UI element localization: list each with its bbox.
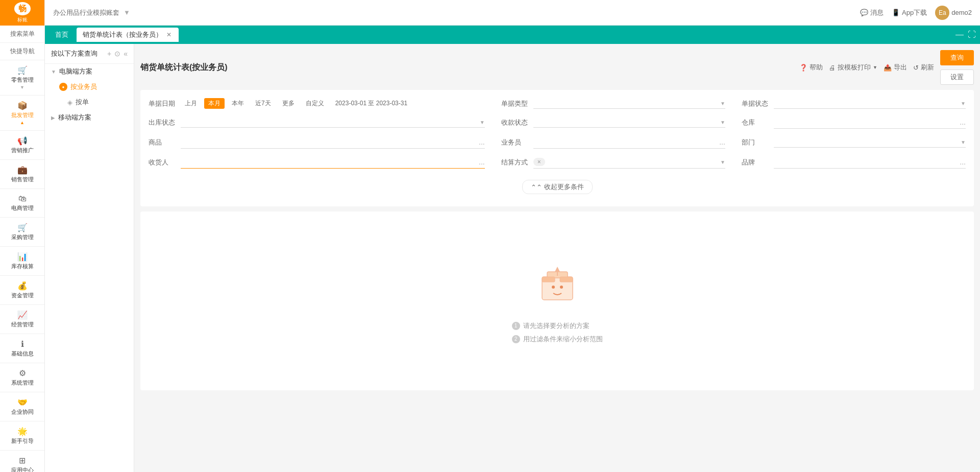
goods-input[interactable]: ... <box>181 136 485 149</box>
sidebar-item-sales-label: 销售管理 <box>11 176 34 183</box>
empty-hints: 1 请先选择要分析的方案 2 用过滤条件来缩小分析范围 <box>512 319 603 346</box>
tab-home[interactable]: 首页 <box>49 28 75 42</box>
sidebar-item-basic[interactable]: ℹ 基础信息 <box>0 334 44 363</box>
print-label: 按模板打印 <box>838 63 871 72</box>
user-initial: Ea <box>939 9 946 16</box>
suite-dropdown-icon[interactable]: ▼ <box>124 9 130 16</box>
sidebar-item-stock-label: 库存核算 <box>11 263 34 270</box>
date-btn-more[interactable]: 更多 <box>278 98 299 109</box>
collapse-row: ⌃⌃ 收起更多条件 <box>149 176 966 198</box>
message-icon: 💬 <box>860 9 868 16</box>
sidebar-item-retail[interactable]: 🛒 零售管理 ▼ <box>0 60 44 96</box>
marketing-icon: 📢 <box>17 136 28 146</box>
tree-mobile-schemes[interactable]: ▶ 移动端方案 <box>45 110 134 125</box>
filter-out-status: 出库状态 ▼ <box>149 117 485 128</box>
collect-status-input[interactable]: ▼ <box>533 117 725 128</box>
tab-expand-btn[interactable]: ⛶ <box>968 30 976 39</box>
tree-child-salesperson-label: 按业务员 <box>70 82 97 91</box>
app-download-btn[interactable]: 📱 App下载 <box>892 8 927 17</box>
collapse-panel-btn[interactable]: « <box>124 50 128 58</box>
salesperson-input[interactable]: ... <box>533 136 725 149</box>
date-btn-custom[interactable]: 自定义 <box>302 98 328 109</box>
empty-svg <box>532 256 583 308</box>
tab-close-icon[interactable]: ✕ <box>165 31 173 38</box>
logo-text: 标账 <box>17 16 28 23</box>
sidebar-item-apps[interactable]: ⊞ 应用中心 <box>0 451 44 472</box>
help-btn[interactable]: ❓ 帮助 <box>799 63 823 72</box>
doc-type-arrow: ▼ <box>720 101 725 106</box>
sidebar-item-system[interactable]: ⚙ 系统管理 <box>0 363 44 392</box>
doc-type-input[interactable]: ▼ <box>533 99 725 109</box>
warehouse-input[interactable]: ... <box>774 116 966 129</box>
collapse-label: 收起更多条件 <box>544 182 584 192</box>
warehouse-dots[interactable]: ... <box>960 118 966 126</box>
print-icon: 🖨 <box>829 64 836 72</box>
recipient-input[interactable]: ... <box>181 156 485 169</box>
tab-minimize-btn[interactable]: — <box>955 30 964 39</box>
settings-button[interactable]: 设置 <box>940 69 974 85</box>
filter-row-1: 单据日期 上月 本月 本年 近7天 更多 自定义 2023-03-01 至 20… <box>149 98 966 109</box>
page-actions: ❓ 帮助 🖨 按模板打印 ▼ 📤 导出 ↺ 刷新 <box>799 50 974 85</box>
tree-desktop-schemes[interactable]: ▼ 电脑端方案 <box>45 64 134 79</box>
doc-status-label: 单据状态 <box>742 99 770 108</box>
brand-input[interactable]: ... <box>774 156 966 169</box>
settlement-x[interactable]: × <box>537 158 541 166</box>
refresh-btn[interactable]: ↺ 刷新 <box>913 63 934 72</box>
recipient-dots[interactable]: ... <box>479 158 485 166</box>
sidebar-item-sales[interactable]: 💼 销售管理 <box>0 160 44 189</box>
sidebar-item-finance[interactable]: 💰 资金管理 <box>0 276 44 305</box>
sidebar-item-marketing-label: 营销推广 <box>11 147 34 154</box>
sidebar-item-stock[interactable]: 📊 库存核算 <box>0 247 44 276</box>
collapse-btn[interactable]: ⌃⌃ 收起更多条件 <box>522 180 593 194</box>
tab-sales-stat[interactable]: 销货单统计表（按业务员） ✕ <box>77 28 179 42</box>
filter-row-3: 商品 ... 业务员 ... <box>149 136 966 149</box>
settings-scheme-btn[interactable]: ⊙ <box>114 50 120 58</box>
sidebar-search[interactable]: 搜索菜单 <box>0 26 44 43</box>
content-area: 按以下方案查询 + ⊙ « ▼ 电脑端方案 ● 按业务员 ◈ 按单 ▶ <box>45 44 980 472</box>
date-btn-last-month[interactable]: 上月 <box>181 98 201 109</box>
tree-child-salesperson[interactable]: ● 按业务员 <box>45 79 134 95</box>
sidebar-item-enterprise-label: 企业协同 <box>11 408 34 416</box>
filter-collect-status: 收款状态 ▼ <box>501 117 725 128</box>
collect-status-label: 收款状态 <box>501 118 529 127</box>
out-status-input[interactable]: ▼ <box>181 117 485 128</box>
sidebar-item-newbie[interactable]: 🌟 新手引导 <box>0 421 44 451</box>
stock-icon: 📊 <box>17 252 28 262</box>
salesperson-dots[interactable]: ... <box>719 138 725 146</box>
dept-arrow: ▼ <box>961 139 966 145</box>
date-btn-this-year[interactable]: 本年 <box>228 98 248 109</box>
message-btn[interactable]: 💬 消息 <box>860 8 884 17</box>
sidebar-item-wholesale[interactable]: 📦 批发管理 ▲ <box>0 96 44 131</box>
date-btn-last-7[interactable]: 近7天 <box>251 98 275 109</box>
print-dropdown-icon: ▼ <box>873 65 877 70</box>
sidebar-item-ops[interactable]: 📈 经营管理 <box>0 305 44 334</box>
sidebar-item-purchase[interactable]: 🛒 采购管理 <box>0 218 44 247</box>
sidebar-item-marketing[interactable]: 📢 营销推广 <box>0 131 44 160</box>
query-button[interactable]: 查询 <box>940 50 974 65</box>
doc-status-input[interactable]: ▼ <box>774 99 966 109</box>
filter-goods: 商品 ... <box>149 136 485 149</box>
date-btn-this-month[interactable]: 本月 <box>204 98 225 109</box>
left-panel-actions: + ⊙ « <box>107 50 128 58</box>
purchase-icon: 🛒 <box>17 223 28 232</box>
app-download-icon: 📱 <box>892 9 900 16</box>
sidebar-item-ecom[interactable]: 🛍 电商管理 <box>0 189 44 218</box>
brand-dots[interactable]: ... <box>960 158 966 166</box>
hint-text-2: 用过滤条件来缩小分析范围 <box>523 333 603 346</box>
hint-text-1: 请先选择要分析的方案 <box>523 319 590 333</box>
settlement-input[interactable]: × ▼ <box>533 156 725 169</box>
tree-sub-child-order[interactable]: ◈ 按单 <box>45 95 134 110</box>
filter-doc-type: 单据类型 ▼ <box>501 99 725 109</box>
sidebar-item-basic-label: 基础信息 <box>11 350 34 358</box>
user-avatar: Ea <box>935 6 949 20</box>
add-scheme-btn[interactable]: + <box>107 50 111 58</box>
user-area[interactable]: Ea demo2 <box>935 6 972 20</box>
sidebar-quick[interactable]: 快捷导航 <box>0 43 44 60</box>
print-btn[interactable]: 🖨 按模板打印 ▼ <box>829 63 877 72</box>
sidebar-item-enterprise[interactable]: 🤝 企业协同 <box>0 392 44 421</box>
apps-icon: ⊞ <box>19 456 26 465</box>
dept-input[interactable]: ▼ <box>774 137 966 148</box>
goods-dots[interactable]: ... <box>479 138 485 146</box>
sidebar-item-finance-label: 资金管理 <box>11 292 34 299</box>
export-btn[interactable]: 📤 导出 <box>884 63 907 72</box>
